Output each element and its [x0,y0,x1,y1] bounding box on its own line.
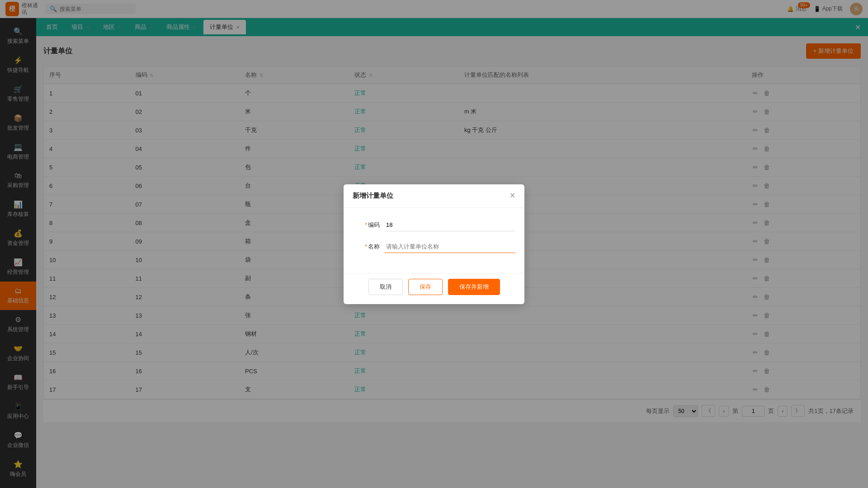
modal-close-button[interactable]: ✕ [509,192,515,199]
cancel-button[interactable]: 取消 [368,279,403,295]
modal-footer: 取消 保存 保存并新增 [344,273,524,304]
code-label: *编码 [353,221,380,229]
form-item-code: *编码 [353,219,515,231]
form-item-name: *名称 [353,240,515,253]
name-label: *名称 [353,243,380,251]
save-button[interactable]: 保存 [408,279,443,295]
save-and-new-button[interactable]: 保存并新增 [448,279,500,295]
add-unit-modal: 新增计量单位 ✕ *编码 *名称 取消 保存 保存并新增 [344,184,524,304]
modal-body: *编码 *名称 [344,208,524,273]
name-input[interactable] [384,240,515,253]
modal-overlay: 新增计量单位 ✕ *编码 *名称 取消 保存 保存并新增 [0,0,868,488]
modal-header: 新增计量单位 ✕ [344,184,524,208]
code-input[interactable] [384,219,515,231]
modal-title: 新增计量单位 [353,192,393,200]
